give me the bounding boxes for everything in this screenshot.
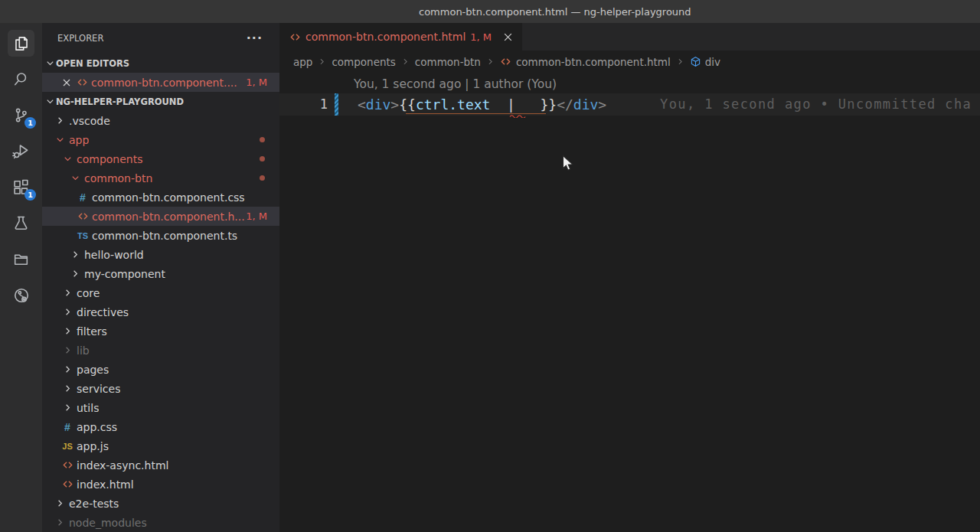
git-modified-dot [260, 156, 266, 162]
git-modified-dot [260, 175, 266, 181]
chevron-right-icon [61, 287, 74, 299]
activity-source-control-icon[interactable]: 1 [0, 97, 42, 133]
css-file-icon: # [61, 421, 74, 433]
tree-file-common-btn-component-h-[interactable]: common-btn.component.h...1, M [42, 207, 279, 226]
activity-bar: 11 [0, 23, 42, 532]
tree-folder-common-btn[interactable]: common-btn [42, 168, 279, 188]
tab-common-btn-component-html[interactable]: common-btn.component.html 1, M [279, 23, 522, 51]
codelens[interactable]: You, 1 second ago | 1 author (You) [354, 73, 980, 93]
tree-folder-lib[interactable]: lib [42, 341, 279, 360]
tree-folder-services[interactable]: services [42, 379, 279, 398]
chevron-right-icon [54, 498, 66, 510]
breadcrumb-item[interactable]: common-btn.component.html [500, 56, 671, 68]
breadcrumb: appcomponentscommon-btncommon-btn.compon… [279, 51, 980, 73]
activity-extensions-icon[interactable]: 1 [0, 169, 42, 205]
window-title-bar: common-btn.component.html — ng-helper-pl… [0, 0, 980, 23]
breadcrumb-item[interactable]: common-btn [415, 56, 481, 68]
tree-folder-node-modules[interactable]: node_modules [42, 513, 279, 532]
open-editor-item[interactable]: common-btn.component.... 1, M [42, 73, 279, 92]
chevron-right-icon [675, 57, 685, 67]
breadcrumb-item[interactable]: components [332, 56, 395, 68]
chevron-right-icon [54, 115, 66, 127]
tree-folder-pages[interactable]: pages [42, 360, 279, 379]
activity-explorer-icon[interactable] [0, 25, 42, 61]
tree-item-label: common-btn [84, 172, 152, 184]
tree-folder-components[interactable]: components [42, 149, 279, 168]
chevron-down-icon [44, 96, 56, 108]
chevron-down-icon [54, 134, 66, 146]
code-editor[interactable]: You, 1 second ago | 1 author (You) 1 <di… [279, 73, 980, 532]
chevron-right-icon [61, 364, 74, 376]
tree-item-label: common-btn.component.ts [92, 230, 237, 242]
tree-folder-app[interactable]: app [42, 130, 279, 149]
ts-file-icon: TS [77, 231, 89, 240]
more-actions-icon[interactable]: ··· [247, 34, 263, 42]
chevron-right-icon [485, 57, 495, 67]
tree-item-label: app.css [77, 421, 117, 433]
tree-folder-core[interactable]: core [42, 283, 279, 302]
tree-folder-hello-world[interactable]: hello-world [42, 245, 279, 264]
sidebar-title: EXPLORER [57, 33, 103, 44]
tree-item-label: node_modules [69, 517, 147, 529]
tree-item-label: lib [77, 344, 90, 357]
activity-search-icon[interactable] [0, 61, 42, 97]
tree-folder--vscode[interactable]: .vscode [42, 111, 279, 130]
error-squiggle [509, 113, 526, 118]
open-editors-header[interactable]: OPEN EDITORS [42, 54, 279, 73]
tree-file-app-css[interactable]: #app.css [42, 417, 279, 436]
tab-problem-badge: 1, M [470, 31, 492, 43]
tree-folder-filters[interactable]: filters [42, 321, 279, 341]
tree-item-label: e2e-tests [69, 498, 119, 510]
activity-file-folder-icon[interactable] [0, 241, 42, 277]
workbench: 11 EXPLORER ··· OPEN EDITORS common-btn.… [0, 23, 980, 532]
html-file-icon [76, 77, 88, 88]
code-content: <div>{{ctrl.text | }}</div> [358, 93, 606, 116]
css-file-icon: # [77, 191, 89, 204]
tree-item-label: index-async.html [77, 459, 168, 472]
tree-folder-utils[interactable]: utils [42, 398, 279, 417]
html-file-icon [500, 56, 512, 67]
tree-item-label: my-component [84, 268, 165, 280]
tab-bar: common-btn.component.html 1, M [279, 23, 980, 51]
activity-run-and-debug-icon[interactable] [0, 133, 42, 169]
html-file-icon [289, 31, 301, 43]
workspace-header[interactable]: NG-HELPER-PLAYGROUND [42, 92, 279, 111]
git-blame-annotation: You, 1 second ago • Uncommitted cha [660, 93, 972, 116]
close-icon[interactable] [503, 32, 513, 42]
chevron-right-icon [69, 268, 81, 280]
tree-file-app-js[interactable]: JSapp.js [42, 436, 279, 455]
tree-item-label: services [77, 383, 120, 395]
tree-item-label: hello-world [84, 249, 144, 261]
chevron-down-icon [61, 153, 74, 165]
symbol-element-icon [690, 56, 701, 67]
mouse-pointer [562, 155, 575, 176]
tab-label: common-btn.component.html [305, 31, 466, 43]
chevron-down-icon [69, 172, 81, 184]
tree-folder-directives[interactable]: directives [42, 302, 279, 321]
js-file-icon: JS [61, 442, 74, 451]
breadcrumb-item[interactable]: app [293, 56, 312, 68]
chevron-down-icon [44, 57, 56, 70]
tree-folder-e2e-tests[interactable]: e2e-tests [42, 494, 279, 513]
breadcrumb-item[interactable]: div [690, 56, 720, 68]
open-editors-label: OPEN EDITORS [56, 58, 129, 69]
tree-item-label: directives [77, 306, 129, 318]
tree-item-label: app [69, 134, 89, 146]
html-file-icon [61, 478, 74, 490]
chevron-right-icon [61, 402, 74, 414]
tree-folder-my-component[interactable]: my-component [42, 264, 279, 283]
tree-file-index-async-html[interactable]: index-async.html [42, 455, 279, 475]
tree-file-index-html[interactable]: index.html [42, 475, 279, 494]
tree-item-label: pages [77, 364, 109, 376]
badge: 1 [24, 117, 36, 129]
activity-testing-icon[interactable] [0, 205, 42, 241]
tree-item-label: app.js [77, 440, 109, 452]
git-modified-dot [260, 137, 266, 143]
tree-file-common-btn-component-css[interactable]: #common-btn.component.css [42, 188, 279, 207]
tree-file-common-btn-component-ts[interactable]: TScommon-btn.component.ts [42, 226, 279, 245]
close-icon[interactable] [60, 77, 73, 89]
chevron-right-icon [61, 383, 74, 395]
badge: 1 [24, 189, 36, 201]
explorer-sidebar: EXPLORER ··· OPEN EDITORS common-btn.com… [42, 23, 279, 532]
activity-git-graph-icon[interactable] [0, 277, 42, 313]
